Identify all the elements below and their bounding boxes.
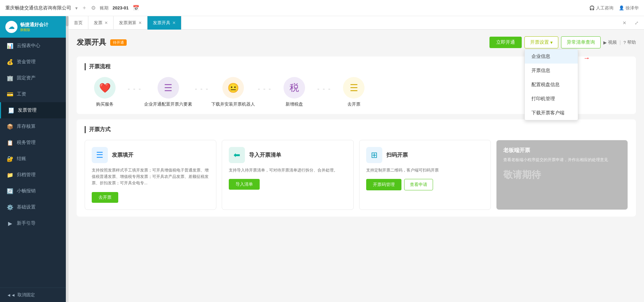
settings-icon[interactable]: ⚙ xyxy=(91,5,96,11)
abnormal-btn[interactable]: 异常清单查询 xyxy=(561,36,601,48)
company-name: 重庆畅捷交通信息咨询有限公司 xyxy=(5,5,71,11)
billing-card-header-0: ☰ 发票填开 xyxy=(92,147,209,163)
settings-btn[interactable]: 开票设置 ▾ xyxy=(524,36,558,48)
sidebar-bottom-btn[interactable]: ◄◄ 取消固定 xyxy=(0,288,66,302)
unpin-icon: ◄◄ xyxy=(7,293,15,298)
calendar-icon[interactable]: 📅 xyxy=(133,5,139,11)
settings-btn-label: 开票设置 xyxy=(530,39,549,45)
tab-close-3[interactable]: ✕ xyxy=(172,21,176,25)
flow-step-0[interactable]: ❤️ 购买服务 xyxy=(85,77,125,107)
billing-btn1-1[interactable]: 导入清单 xyxy=(229,179,260,190)
top-bar-right: 🎧 人工咨询 👤 徐泽华 xyxy=(589,5,639,11)
billing-methods: ☰ 发票填开 支持按照发票样式手工填开发票；可开具增值税电子普通发票、增值税普通… xyxy=(85,140,628,210)
sidebar-item-工资[interactable]: 💳 工资 xyxy=(0,86,66,102)
sidebar-label-2: 固定资产 xyxy=(17,75,36,81)
company-dropdown-icon[interactable]: ▾ xyxy=(75,5,78,11)
flow-step-2[interactable]: 😐 下载并安装开票机器人 xyxy=(211,77,255,107)
sidebar-item-结账[interactable]: 🔐 结账 xyxy=(0,151,66,167)
user-label: 徐泽华 xyxy=(626,5,639,11)
dropdown-item-4[interactable]: 下载开票客户端 xyxy=(525,106,578,120)
sidebar-icon-10: ⚙️ xyxy=(7,204,13,211)
tab-发票[interactable]: 发票✕ xyxy=(88,16,114,30)
flow-arrow-4: - - - xyxy=(317,85,331,93)
logo-text: 畅捷通好会计 旗舰版 xyxy=(20,22,48,32)
sidebar-item-库存核算[interactable]: 📦 库存核算 xyxy=(0,118,66,135)
billing-card-1: ⬅ 导入开票清单 支持导入待开票清单，可对待开票清单进行拆分、合并处理。 导入清… xyxy=(222,140,353,210)
red-arrow-indicator: → xyxy=(583,54,590,62)
dropdown-item-3[interactable]: 打印机管理 xyxy=(525,92,578,106)
billing-card-actions-2: 开票码管理 查看申请 xyxy=(366,179,484,190)
help-btn[interactable]: ? 帮助 xyxy=(624,39,636,45)
sidebar-icon-4: 🧾 xyxy=(8,107,14,114)
billing-btn1-0[interactable]: 去开票 xyxy=(92,192,118,203)
settings-dropdown-container: 开票设置 ▾ 企业信息开票信息配置税盘信息打印机管理下载开票客户端→ xyxy=(524,36,558,48)
billing-card-icon-2: ⊞ xyxy=(366,147,382,163)
video-btn[interactable]: ▶ 视频 xyxy=(603,39,617,45)
flow-step-icon-2: 😐 xyxy=(222,77,244,99)
dropdown-item-2[interactable]: 配置税盘信息 xyxy=(525,78,578,92)
flow-step-4[interactable]: ☰ 去开票 xyxy=(334,77,374,107)
sidebar-item-基础设置[interactable]: ⚙️ 基础设置 xyxy=(0,199,66,215)
chevron-down-icon: ▾ xyxy=(550,40,553,45)
sidebar-label-6: 税务管理 xyxy=(17,140,36,146)
sidebar-item-新手引导[interactable]: ▶ 新手引导 xyxy=(0,215,66,231)
sidebar-icon-11: ▶ xyxy=(7,220,13,227)
sidebar-logo: ☁ 畅捷通好会计 旗舰版 xyxy=(0,16,66,38)
billing-card-title-0: 发票填开 xyxy=(112,152,133,159)
sidebar-nav: 📊 云报表中心 💰 资金管理 🏢 固定资产 💳 工资 🧾 发票管理 📦 库存核算… xyxy=(0,38,66,288)
flow-step-label-4: 去开票 xyxy=(347,101,360,107)
headset-icon: 🎧 xyxy=(589,5,595,10)
tab-发票测算[interactable]: 发票测算✕ xyxy=(114,16,147,30)
billing-card-3: 老板端开票 查看老板端小程序提交的开票申请，并作出相应的处理意见 敬请期待 xyxy=(496,140,628,210)
period-value: 2023-01 xyxy=(113,5,129,10)
sidebar-icon-0: 📊 xyxy=(7,42,13,49)
billing-card-2: ⊞ 扫码开票 支持定制开票二维码，客户端可扫码开票 开票码管理 查看申请 xyxy=(359,140,491,210)
billing-btn2-2[interactable]: 查看申请 xyxy=(404,179,433,190)
sidebar-label-9: 小畅报销 xyxy=(17,188,36,194)
sidebar-label-11: 新手引导 xyxy=(17,220,36,226)
user-btn[interactable]: 👤 徐泽华 xyxy=(619,5,639,11)
close-tab-btn[interactable]: ✕ xyxy=(620,18,629,28)
sidebar-icon-6: 📋 xyxy=(7,139,13,146)
flow-step-label-0: 购买服务 xyxy=(96,101,114,107)
page-badge: 待开通 xyxy=(110,39,127,46)
tab-发票开具[interactable]: 发票开具✕ xyxy=(147,16,181,30)
sidebar-item-固定资产[interactable]: 🏢 固定资产 xyxy=(0,70,66,86)
tab-close-2[interactable]: ✕ xyxy=(138,21,142,25)
sidebar-item-归档管理[interactable]: 📁 归档管理 xyxy=(0,167,66,183)
add-icon[interactable]: ＋ xyxy=(82,4,87,11)
scrollbar-thumb[interactable] xyxy=(66,16,69,26)
billing-btn1-2[interactable]: 开票码管理 xyxy=(366,179,401,190)
billing-card-desc-0: 支持按照发票样式手工填开发票；可开具增值税电子普通发票、增值税普通发票、增值税专… xyxy=(92,167,209,187)
tab-close-1[interactable]: ✕ xyxy=(104,21,108,25)
page-content: 发票开具 待开通 立即开通 开票设置 ▾ 企业信息开票信息 xyxy=(69,30,644,302)
sidebar-item-云报表中心[interactable]: 📊 云报表中心 xyxy=(0,38,66,54)
billing-card-0: ☰ 发票填开 支持按照发票样式手工填开发票；可开具增值税电子普通发票、增值税普通… xyxy=(85,140,216,210)
service-btn[interactable]: 🎧 人工咨询 xyxy=(589,5,613,11)
sidebar-scrollbar[interactable] xyxy=(66,16,69,302)
logo-icon: ☁ xyxy=(5,21,17,33)
sidebar-item-税务管理[interactable]: 📋 税务管理 xyxy=(0,135,66,151)
sidebar-item-小畅报销[interactable]: 🔄 小畅报销 xyxy=(0,183,66,199)
sidebar-item-资金管理[interactable]: 💰 资金管理 xyxy=(0,54,66,70)
flow-step-3[interactable]: 税 新增税盘 xyxy=(274,77,314,107)
maximize-btn[interactable]: ⤢ xyxy=(632,18,641,28)
flow-arrow-1: - - - xyxy=(128,85,141,93)
tab-label-0: 首页 xyxy=(74,20,83,26)
boss-watermark: 敬请期待 xyxy=(503,168,621,181)
billing-card-actions-0: 去开票 xyxy=(92,192,209,203)
dropdown-item-1[interactable]: 开票信息 xyxy=(525,64,578,78)
unpin-label: 取消固定 xyxy=(17,292,35,298)
top-bar: 重庆畅捷交通信息咨询有限公司 ▾ ＋ ⚙ 账期 2023-01 📅 🎧 人工咨询… xyxy=(0,0,644,16)
activate-btn[interactable]: 立即开通 xyxy=(489,37,522,48)
content-area: 首页发票✕发票测算✕发票开具✕ ✕ ⤢ 发票开具 待开通 立即开通 开票设置 xyxy=(69,16,644,302)
help-btn-label: 帮助 xyxy=(627,39,636,45)
billing-section: 开票方式 ☰ 发票填开 支持按照发票样式手工填开发票；可开具增值税电子普通发票、… xyxy=(77,119,636,217)
flow-step-icon-0: ❤️ xyxy=(94,77,116,99)
sidebar-icon-1: 💰 xyxy=(7,59,13,65)
dropdown-item-0[interactable]: 企业信息 xyxy=(525,49,578,64)
sidebar-item-发票管理[interactable]: 🧾 发票管理 xyxy=(0,102,66,118)
flow-step-1[interactable]: ☰ 企业开通配置开票六要素 xyxy=(144,77,192,107)
sidebar-label-0: 云报表中心 xyxy=(17,43,40,49)
tab-首页[interactable]: 首页 xyxy=(69,16,88,30)
